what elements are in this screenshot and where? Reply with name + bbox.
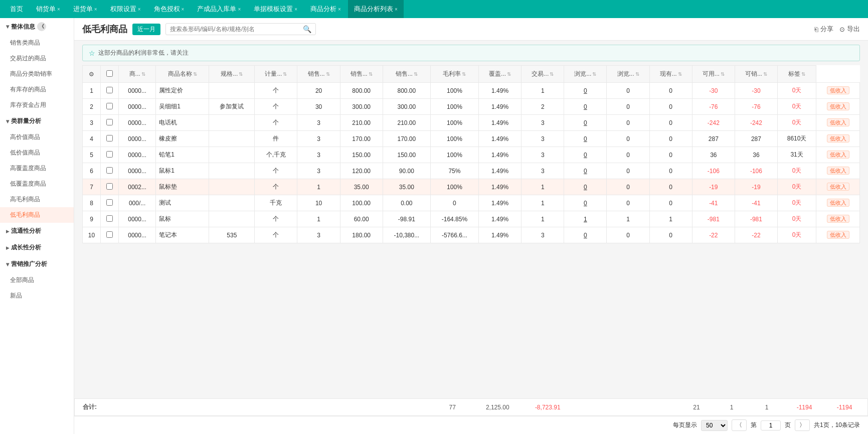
- row-tx[interactable]: 0: [564, 179, 607, 195]
- row-tx[interactable]: 0: [564, 227, 607, 243]
- row-name[interactable]: 吴细细1: [156, 99, 209, 115]
- nav-product-analysis[interactable]: 商品分析×: [304, 0, 347, 18]
- search-input[interactable]: [170, 26, 303, 33]
- col-browse2[interactable]: 浏览...⇅: [607, 66, 649, 83]
- nav-analysis-list[interactable]: 商品分析列表×: [348, 0, 404, 18]
- row-tx[interactable]: 0: [564, 195, 607, 211]
- row-tx[interactable]: 1: [564, 211, 607, 227]
- sidebar-item-in-stock[interactable]: 有库存的商品: [0, 82, 74, 97]
- row-name[interactable]: 属性定价: [156, 83, 209, 99]
- next-page-button[interactable]: 〉: [795, 419, 810, 431]
- row-checkbox[interactable]: [101, 83, 119, 99]
- per-page-select[interactable]: 50 100 200: [701, 420, 728, 431]
- sidebar-item-category-rate[interactable]: 商品分类助销率: [0, 66, 74, 82]
- sidebar-item-low-value[interactable]: 低价值商品: [0, 145, 74, 161]
- row-select-checkbox[interactable]: [106, 231, 113, 238]
- nav-role[interactable]: 角色授权×: [148, 0, 191, 18]
- sidebar-item-sales-goods[interactable]: 销售类商品: [0, 35, 74, 51]
- nav-product-entry[interactable]: 产成品入库单×: [191, 0, 247, 18]
- search-box[interactable]: 🔍: [165, 23, 316, 35]
- date-filter-button[interactable]: 近一月: [132, 24, 160, 35]
- row-checkbox[interactable]: [101, 163, 119, 179]
- row-select-checkbox[interactable]: [106, 87, 113, 93]
- row-tx[interactable]: 0: [564, 99, 607, 115]
- sidebar-item-low-coverage[interactable]: 低覆盖度商品: [0, 176, 74, 192]
- nav-purchase[interactable]: 进货单×: [67, 0, 103, 18]
- row-checkbox[interactable]: [101, 227, 119, 243]
- nav-home[interactable]: 首页: [4, 0, 29, 18]
- row-checkbox[interactable]: [101, 115, 119, 131]
- sidebar-group-growth-title[interactable]: ▸ 成长性分析: [0, 239, 74, 256]
- close-analysis-icon[interactable]: ×: [338, 7, 341, 12]
- row-name[interactable]: 鼠标1: [156, 163, 209, 179]
- row-select-checkbox[interactable]: [106, 151, 113, 158]
- close-template-icon[interactable]: ×: [294, 7, 297, 12]
- row-checkbox[interactable]: [101, 147, 119, 163]
- sidebar-item-traded-goods[interactable]: 交易过的商品: [0, 51, 74, 66]
- col-unit[interactable]: 计量...⇅: [255, 66, 297, 83]
- row-select-checkbox[interactable]: [106, 183, 113, 190]
- nav-sales[interactable]: 销货单×: [30, 0, 66, 18]
- page-number-input[interactable]: [761, 420, 781, 430]
- row-name[interactable]: 测试: [156, 195, 209, 211]
- sidebar-item-stock-capital[interactable]: 库存资金占用: [0, 97, 74, 113]
- col-sale1[interactable]: 销售...⇅: [340, 66, 383, 83]
- row-tx[interactable]: 0: [564, 115, 607, 131]
- row-select-checkbox[interactable]: [106, 199, 113, 206]
- sidebar-item-all-goods[interactable]: 全部商品: [0, 272, 74, 288]
- row-select-checkbox[interactable]: [106, 215, 113, 222]
- row-tx[interactable]: 0: [564, 83, 607, 99]
- row-checkbox[interactable]: [101, 195, 119, 211]
- row-select-checkbox[interactable]: [106, 103, 113, 109]
- row-name[interactable]: 笔记本: [156, 227, 209, 243]
- row-select-checkbox[interactable]: [106, 135, 113, 141]
- col-stock[interactable]: 现有...⇅: [649, 66, 692, 83]
- sidebar-item-low-margin[interactable]: 低毛利商品: [0, 207, 74, 223]
- row-name[interactable]: 铅笔1: [156, 147, 209, 163]
- row-name[interactable]: 鼠标垫: [156, 179, 209, 195]
- row-name[interactable]: 橡皮擦: [156, 131, 209, 147]
- select-all-checkbox[interactable]: [106, 70, 113, 77]
- sidebar-item-high-value[interactable]: 高价值商品: [0, 129, 74, 145]
- close-role-icon[interactable]: ×: [182, 7, 185, 12]
- sidebar-item-high-margin[interactable]: 高毛利商品: [0, 192, 74, 207]
- col-spec[interactable]: 规格...⇅: [209, 66, 255, 83]
- row-tx[interactable]: 0: [564, 147, 607, 163]
- nav-permission[interactable]: 权限设置×: [104, 0, 147, 18]
- row-name[interactable]: 电话机: [156, 115, 209, 131]
- row-checkbox[interactable]: [101, 211, 119, 227]
- col-tag[interactable]: 标签⇅: [778, 66, 816, 83]
- row-tx[interactable]: 0: [564, 131, 607, 147]
- sidebar-group-marketing-title[interactable]: ▾ 营销推广分析: [0, 256, 74, 272]
- col-settings[interactable]: ⚙: [83, 66, 101, 83]
- close-purchase-icon[interactable]: ×: [94, 7, 97, 12]
- sidebar-item-high-coverage[interactable]: 高覆盖度商品: [0, 161, 74, 176]
- col-checkbox[interactable]: [101, 66, 119, 83]
- sidebar-group-overview-title[interactable]: ▾ 整体信息 《: [0, 18, 74, 35]
- sidebar-item-new-goods[interactable]: 新品: [0, 288, 74, 304]
- share-button[interactable]: ⎗ 分享: [814, 25, 833, 34]
- col-salable[interactable]: 可销...⇅: [735, 66, 777, 83]
- nav-template[interactable]: 单据模板设置×: [248, 0, 303, 18]
- row-name[interactable]: 鼠标: [156, 211, 209, 227]
- sidebar-group-liquidity-title[interactable]: ▸ 流通性分析: [0, 223, 74, 239]
- close-sales-icon[interactable]: ×: [57, 7, 60, 12]
- col-margin[interactable]: 毛利率⇅: [430, 66, 478, 83]
- prev-page-button[interactable]: 〈: [732, 419, 747, 431]
- row-select-checkbox[interactable]: [106, 119, 113, 125]
- col-qty[interactable]: 销售...⇅: [297, 66, 340, 83]
- row-checkbox[interactable]: [101, 131, 119, 147]
- col-avail[interactable]: 可用...⇅: [692, 66, 735, 83]
- row-tx[interactable]: 0: [564, 163, 607, 179]
- close-permission-icon[interactable]: ×: [138, 7, 141, 12]
- col-sale2[interactable]: 销售...⇅: [383, 66, 430, 83]
- col-coverage[interactable]: 覆盖...⇅: [479, 66, 522, 83]
- row-checkbox[interactable]: [101, 179, 119, 195]
- row-checkbox[interactable]: [101, 99, 119, 115]
- collapse-overview-btn[interactable]: 《: [37, 22, 46, 31]
- sidebar-group-cluster-title[interactable]: ▾ 类群量分析: [0, 113, 74, 129]
- search-icon[interactable]: 🔍: [303, 25, 311, 33]
- close-analysis-list-icon[interactable]: ×: [395, 7, 398, 12]
- export-button[interactable]: ⊙ 导出: [839, 25, 860, 34]
- col-code[interactable]: 商...⇅: [119, 66, 156, 83]
